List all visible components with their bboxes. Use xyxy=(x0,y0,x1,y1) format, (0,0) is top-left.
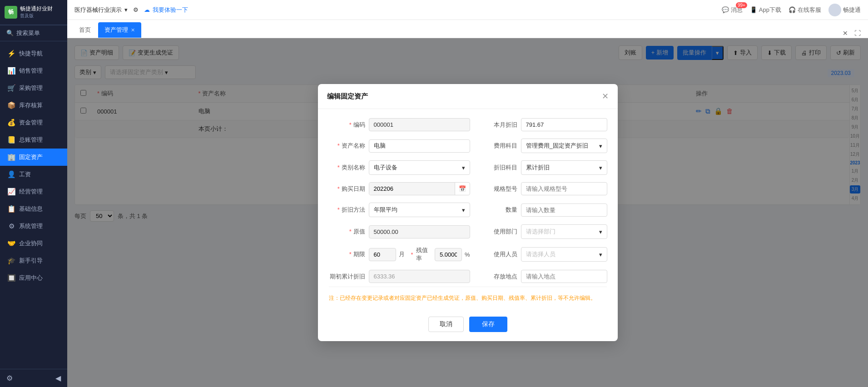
modal-close-btn[interactable]: ✕ xyxy=(602,91,609,101)
tab-home[interactable]: 首页 xyxy=(73,22,97,38)
basic-info-icon: 📋 xyxy=(7,205,15,213)
chevron-down-icon: ▾ xyxy=(599,164,602,171)
settings-icon[interactable]: ⚙ xyxy=(6,374,13,382)
department-select[interactable]: 请选择部门 ▾ xyxy=(521,224,607,239)
name-input[interactable] xyxy=(369,139,470,153)
chevron-down-icon: ▾ xyxy=(599,228,602,235)
location-label: 存放地点 xyxy=(481,273,517,281)
sidebar-item-label: 工资 xyxy=(19,170,31,179)
code-input[interactable] xyxy=(369,118,470,131)
cancel-button[interactable]: 取消 xyxy=(428,317,464,332)
depreciation-account-value: 累计折旧 xyxy=(526,164,550,172)
sidebar-item-app-center[interactable]: 🔲 应用中心 xyxy=(0,269,67,287)
user-label: 使用人员 xyxy=(481,250,517,258)
quick-nav-icon: ⚡ xyxy=(7,50,15,58)
depreciation-account-label: 折旧科目 xyxy=(481,164,517,172)
sidebar-item-enterprise[interactable]: 🤝 企业协同 xyxy=(0,235,67,252)
modal-body: 编码 本月折旧 资产名称 xyxy=(318,109,618,311)
finance-icon: 💰 xyxy=(7,119,15,127)
sidebar-item-label: 应用中心 xyxy=(19,274,43,282)
calendar-icon[interactable]: 📅 xyxy=(455,183,470,195)
sidebar-item-ledger[interactable]: 📒 总账管理 xyxy=(0,131,67,149)
expense-account-value: 管理费用_固定资产折旧 xyxy=(526,142,588,150)
sidebar-bottom: ⚙ ◀ xyxy=(0,369,67,387)
sidebar-item-label: 采购管理 xyxy=(19,84,43,92)
initial-accumulated-input[interactable] xyxy=(369,270,470,283)
field-category: 类别名称 电子设备 ▾ xyxy=(329,160,470,175)
sidebar-item-label: 系统管理 xyxy=(19,222,43,230)
tab-controls: ✕ ⛶ xyxy=(841,29,863,38)
location-input[interactable] xyxy=(521,270,607,283)
experience-icon: ☁ xyxy=(144,6,150,13)
sidebar-item-system[interactable]: ⚙ 系统管理 xyxy=(0,218,67,235)
main-area: 医疗器械行业演示 ▾ ⚙ ☁ 我要体验一下 💬 消息 99+ 📱 App下载 xyxy=(67,0,868,387)
app-download-label: App下载 xyxy=(759,6,781,14)
logo-sub: 普及版 xyxy=(20,13,53,19)
residual-rate-input[interactable] xyxy=(435,248,462,261)
monthly-depreciation-input[interactable] xyxy=(521,118,607,131)
depreciation-method-value: 年限平均 xyxy=(374,206,397,214)
depreciation-account-select[interactable]: 累计折旧 ▾ xyxy=(521,160,607,175)
category-select[interactable]: 电子设备 ▾ xyxy=(369,160,470,175)
chevron-down-icon: ▾ xyxy=(599,143,602,149)
username-label: 畅捷通 xyxy=(843,6,861,14)
original-value-input[interactable] xyxy=(369,225,470,238)
sidebar-item-label: 企业协同 xyxy=(19,239,43,248)
depreciation-method-select[interactable]: 年限平均 ▾ xyxy=(369,203,470,217)
purchase-date-input[interactable] xyxy=(369,183,455,195)
sales-icon: 📊 xyxy=(7,67,15,75)
sidebar-item-operations[interactable]: 📈 经营管理 xyxy=(0,183,67,200)
modal-divider xyxy=(329,287,607,287)
quantity-input[interactable] xyxy=(521,203,607,217)
save-button[interactable]: 保存 xyxy=(469,317,507,332)
period-input[interactable] xyxy=(369,248,396,261)
sidebar-item-guide[interactable]: 🎓 新手引导 xyxy=(0,252,67,269)
user-select[interactable]: 请选择人员 ▾ xyxy=(521,247,607,262)
sidebar-item-finance[interactable]: 💰 资金管理 xyxy=(0,114,67,131)
notification-btn[interactable]: 💬 消息 99+ xyxy=(722,6,743,14)
sidebar-item-salary[interactable]: 👤 工资 xyxy=(0,166,67,183)
search-menu-item[interactable]: 🔍 搜索菜单 xyxy=(0,25,67,41)
sidebar-item-basic-info[interactable]: 📋 基础信息 xyxy=(0,200,67,218)
inventory-icon: 📦 xyxy=(7,101,15,109)
logo-text: 畅捷通好业财 xyxy=(20,5,53,13)
tab-maximize-icon[interactable]: ⛶ xyxy=(853,29,863,38)
experience-btn[interactable]: ☁ 我要体验一下 xyxy=(144,6,188,14)
notification-badge: 99+ xyxy=(736,2,747,8)
category-label: 类别名称 xyxy=(329,164,365,172)
sidebar-item-purchase[interactable]: 🛒 采购管理 xyxy=(0,79,67,97)
original-value-label: 原值 xyxy=(329,228,365,236)
user-avatar-btn[interactable]: 畅捷通 xyxy=(828,4,861,16)
tab-home-label: 首页 xyxy=(79,26,91,34)
settings-gear-icon[interactable]: ⚙ xyxy=(133,6,139,13)
sidebar-header: 畅 畅捷通好业财 普及版 xyxy=(0,0,67,25)
tab-close-window-icon[interactable]: ✕ xyxy=(841,29,850,38)
sidebar-item-sales[interactable]: 📊 销售管理 xyxy=(0,62,67,79)
period-input-group: 月 * 残值率 % xyxy=(369,246,470,263)
sidebar-item-label: 基础信息 xyxy=(19,205,43,213)
quantity-label: 数量 xyxy=(481,206,517,214)
sidebar-item-quick-nav[interactable]: ⚡ 快捷导航 xyxy=(0,45,67,62)
field-expense-account: 费用科目 管理费用_固定资产折旧 ▾ xyxy=(481,139,607,153)
sidebar-item-fixed-assets[interactable]: 🏢 固定资产 xyxy=(0,149,67,166)
tabs-bar: 首页 资产管理 ✕ ✕ ⛶ xyxy=(67,20,868,38)
tab-close-icon[interactable]: ✕ xyxy=(131,27,135,33)
residual-rate-label: 残值率 xyxy=(416,246,432,263)
sidebar-item-label: 资金管理 xyxy=(19,119,43,127)
ledger-icon: 📒 xyxy=(7,136,15,144)
tab-asset-mgmt[interactable]: 资产管理 ✕ xyxy=(98,22,141,38)
avatar xyxy=(828,4,841,16)
spec-model-input[interactable] xyxy=(521,182,607,195)
depreciation-method-label: 折旧方法 xyxy=(329,206,365,214)
app-download-btn[interactable]: 📱 App下载 xyxy=(750,6,781,14)
operations-icon: 📈 xyxy=(7,188,15,196)
support-btn[interactable]: 🎧 在线客服 xyxy=(789,6,821,14)
field-location: 存放地点 xyxy=(481,270,607,283)
collapse-sidebar-icon[interactable]: ◀ xyxy=(55,374,61,382)
modal-header: 编辑固定资产 ✕ xyxy=(318,84,618,109)
topbar-company[interactable]: 医疗器械行业演示 ▾ xyxy=(74,6,128,14)
expense-account-select[interactable]: 管理费用_固定资产折旧 ▾ xyxy=(521,139,607,153)
sidebar-item-label: 经营管理 xyxy=(19,188,43,196)
field-original-value: 原值 xyxy=(329,224,470,239)
sidebar-item-inventory[interactable]: 📦 库存核算 xyxy=(0,97,67,114)
